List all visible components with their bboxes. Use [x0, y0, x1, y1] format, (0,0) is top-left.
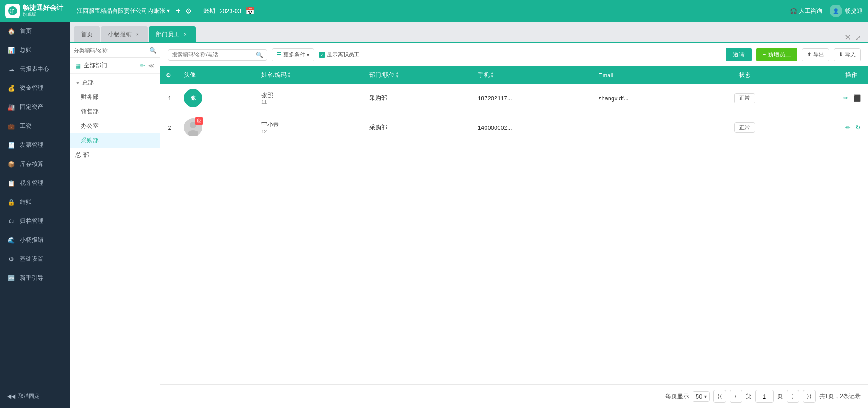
row-email-1: zhangxidf... — [593, 84, 703, 113]
next-page-button[interactable]: ⟩ — [787, 390, 799, 403]
table-header-row: ⚙ 头像 姓名/编码 ▲▼ — [160, 66, 868, 84]
reports-icon: ☁ — [7, 65, 15, 73]
sidebar-item-assets[interactable]: 🏭 固定资产 — [0, 98, 70, 117]
calendar-icon[interactable]: 📅 — [245, 7, 255, 15]
tab-expense[interactable]: 小畅报销 × — [101, 26, 148, 42]
table-row: 2 — [160, 113, 868, 142]
add-company-icon[interactable]: + — [176, 6, 181, 16]
company-selector[interactable]: 江西服宝精品有限责任公司内账张 ▾ — [77, 7, 170, 15]
prev-page-button[interactable]: ⟨ — [730, 390, 742, 403]
import-button[interactable]: ⬇ 导入 — [834, 48, 861, 61]
support-button[interactable]: 🎧 人工咨询 — [790, 7, 822, 15]
employee-search-input[interactable] — [172, 52, 253, 58]
sidebar-item-guide[interactable]: 🆕 新手引导 — [0, 268, 70, 287]
user-info[interactable]: 👤 畅捷通 — [830, 5, 863, 17]
salary-icon: 💼 — [7, 122, 15, 130]
row-dept-1: 采购部 — [364, 84, 472, 113]
content-area: 首页 小畅报销 × 部门员工 × ✕ ⤢ 🔍 — [70, 22, 868, 408]
first-page-button[interactable]: ⟨⟨ — [713, 390, 726, 403]
employee-toolbar: 🔍 ☰ 更多条件 ▾ ✓ 显示离职员工 — [160, 43, 868, 66]
tab-home[interactable]: 首页 — [74, 26, 100, 42]
dept-item-sales[interactable]: 销售部 — [70, 104, 160, 119]
headphone-icon: 🎧 — [790, 8, 797, 14]
tab-employees-close[interactable]: × — [182, 31, 189, 38]
filter-icon: ☰ — [277, 52, 282, 58]
row-phone-1: 187202117... — [472, 84, 593, 113]
row-num-1: 1 — [160, 84, 179, 113]
more-filter-button[interactable]: ☰ 更多条件 ▾ — [272, 48, 314, 61]
tab-expense-close[interactable]: × — [134, 31, 141, 38]
sidebar-item-inventory[interactable]: 📦 库存核算 — [0, 155, 70, 174]
refresh-icon-2[interactable]: ↻ — [855, 124, 861, 131]
dept-collapse-icon[interactable]: ≪ — [148, 62, 155, 69]
export-button[interactable]: ⬆ 导出 — [802, 48, 829, 61]
sidebar-item-expense[interactable]: 🌊 小畅报销 — [0, 230, 70, 249]
funds-icon: 💰 — [7, 84, 15, 92]
row-avatar-2: 应 — [179, 113, 256, 142]
app-logo: 好 畅捷通好会计 旗舰版 — [5, 4, 63, 18]
avatar-circle-1: 张 — [184, 89, 202, 107]
sidebar-item-reports[interactable]: ☁ 云报表中心 — [0, 60, 70, 79]
page-size-select[interactable]: 50 ▾ — [693, 391, 709, 402]
sidebar-item-archive[interactable]: 🗂 归档管理 — [0, 211, 70, 230]
import-icon: ⬇ — [839, 52, 843, 58]
dept-edit-icon[interactable]: ✏ — [140, 62, 145, 69]
dropdown-icon: ▾ — [167, 8, 170, 14]
add-employee-button[interactable]: + 新增员工 — [756, 48, 797, 61]
page-size-dropdown-icon: ▾ — [704, 394, 707, 399]
tab-employees[interactable]: 部门员工 × — [149, 26, 196, 42]
row-num-2: 2 — [160, 113, 179, 142]
page-content: 🔍 ▦ 全部部门 ✏ ≪ ▼ 总部 — [70, 43, 868, 408]
expand-window-icon[interactable]: ⤢ — [855, 33, 861, 42]
employee-table-wrap: ⚙ 头像 姓名/编码 ▲▼ — [160, 66, 868, 384]
dept-all-header[interactable]: ▦ 全部部门 ✏ ≪ — [70, 58, 160, 74]
logout-icon-1[interactable]: ⬛ — [853, 94, 861, 102]
last-page-button[interactable]: ⟩⟩ — [803, 390, 816, 403]
show-resigned-checkbox[interactable]: ✓ 显示离职员工 — [319, 51, 359, 59]
sidebar-item-ledger[interactable]: 📊 总账 — [0, 41, 70, 60]
table-header-avatar: 头像 — [179, 66, 256, 84]
dept-item-hq2[interactable]: 总 部 — [70, 148, 160, 162]
sidebar-item-funds[interactable]: 💰 资金管理 — [0, 79, 70, 98]
dept-grid-icon: ▦ — [75, 62, 81, 69]
dept-search-icon[interactable]: 🔍 — [149, 47, 156, 54]
edit-icon-2[interactable]: ✏ — [845, 124, 851, 131]
table-header-phone[interactable]: 手机 ▲▼ — [472, 66, 593, 84]
sidebar-item-salary[interactable]: 💼 工资 — [0, 117, 70, 136]
archive-icon: 🗂 — [7, 217, 15, 225]
table-header-name-code[interactable]: 姓名/编码 ▲▼ — [256, 66, 364, 84]
row-dept-2: 采购部 — [364, 113, 472, 142]
dept-search-input[interactable] — [74, 47, 146, 54]
dept-item-finance[interactable]: 财务部 — [70, 90, 160, 104]
sidebar-item-closing[interactable]: 🔒 结账 — [0, 192, 70, 211]
settings-icon[interactable]: ⚙ — [185, 7, 192, 15]
table-header-settings[interactable]: ⚙ — [160, 66, 179, 84]
filter-dropdown-icon: ▾ — [307, 52, 309, 57]
table-header-email: Email — [593, 66, 703, 84]
invite-button[interactable]: 邀请 — [726, 48, 752, 61]
search-icon[interactable]: 🔍 — [256, 52, 263, 58]
settings-nav-icon: ⚙ — [7, 255, 15, 263]
sidebar-item-invoice[interactable]: 🧾 发票管理 — [0, 136, 70, 155]
close-window-icon[interactable]: ✕ — [844, 33, 851, 42]
guide-icon: 🆕 — [7, 274, 15, 282]
edit-icon-1[interactable]: ✏ — [843, 94, 849, 102]
expense-icon: 🌊 — [7, 236, 15, 244]
sidebar-item-home[interactable]: 🏠 首页 — [0, 22, 70, 41]
page-number-input[interactable] — [755, 390, 774, 403]
pin-icon: ◀◀ — [7, 393, 15, 399]
sidebar: 🏠 首页 📊 总账 ☁ 云报表中心 💰 资金管理 🏭 固定资产 💼 工资 🧾 发… — [0, 22, 70, 408]
user-avatar: 👤 — [830, 5, 842, 17]
tab-bar: 首页 小畅报销 × 部门员工 × ✕ ⤢ — [70, 22, 868, 43]
sidebar-item-tax[interactable]: 📋 税务管理 — [0, 174, 70, 192]
table-header-dept[interactable]: 部门/职位 ▲▼ — [364, 66, 472, 84]
dept-tree: ▼ 总部 财务部 销售部 办公室 采购部 — [70, 74, 160, 164]
sidebar-item-settings[interactable]: ⚙ 基础设置 — [0, 249, 70, 268]
dept-item-office[interactable]: 办公室 — [70, 119, 160, 133]
dept-search-box: 🔍 — [70, 43, 160, 58]
unpin-button[interactable]: ◀◀ 取消固定 — [0, 389, 70, 403]
assets-icon: 🏭 — [7, 103, 15, 111]
dept-sort-arrows: ▲▼ — [396, 71, 399, 79]
dept-item-hq[interactable]: ▼ 总部 — [70, 75, 160, 90]
dept-item-purchase[interactable]: 采购部 — [70, 133, 160, 148]
